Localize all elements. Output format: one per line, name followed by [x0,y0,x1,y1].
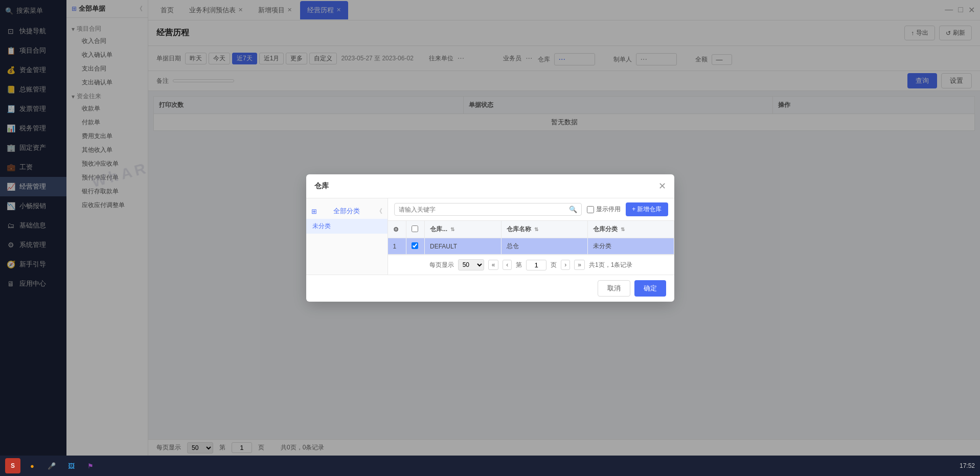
taskbar-app3[interactable]: 🖼 [63,458,79,473]
gear-icon: ⚙ [393,226,399,233]
warehouse-modal: 仓库 ✕ ⊞ 全部分类 《 未分类 🔍 [306,174,674,302]
all-categories-icon: ⊞ [311,208,317,215]
select-all-checkbox[interactable] [412,225,418,232]
taskbar-app4[interactable]: ⚑ [83,458,98,473]
add-warehouse-button[interactable]: + 新增仓库 [626,202,668,216]
taskbar-app1[interactable]: ● [25,458,40,473]
modal-confirm-button[interactable]: 确定 [634,280,666,297]
modal-next-page-btn[interactable]: › [561,260,570,270]
modal-page-unit: 页 [551,261,557,269]
modal-title: 仓库 [314,182,329,191]
modal-page-label: 第 [516,261,522,269]
col-select-all[interactable] [406,221,425,238]
modal-per-page-select[interactable]: 50 100 [458,259,484,270]
row-name-cell: 总仓 [502,238,588,255]
col-warehouse-category[interactable]: 仓库分类 ⇅ [587,221,674,238]
row-code-cell: DEFAULT [425,238,502,255]
show-disabled-checkbox[interactable] [587,206,594,213]
modal-table-area: ⚙ 仓库... ⇅ 仓库名称 [388,221,674,255]
taskbar-right: 17:52 [960,462,975,469]
modal-header: 仓库 ✕ [306,174,674,198]
modal-main: 🔍 显示停用 + 新增仓库 ⚙ [388,198,674,275]
modal-footer-buttons: 取消 确定 [306,275,674,302]
modal-first-page-btn[interactable]: « [488,260,499,270]
taskbar-time: 17:52 [960,462,975,469]
modal-prev-page-btn[interactable]: ‹ [503,260,512,270]
modal-cancel-button[interactable]: 取消 [598,280,630,297]
modal-sidebar-item-uncategorized[interactable]: 未分类 [306,219,388,234]
taskbar-start-icon[interactable]: S [5,458,20,473]
taskbar: S ● 🎤 🖼 ⚑ 17:52 [0,456,980,476]
row-checkbox-cell[interactable] [406,238,425,255]
sort-icon-category: ⇅ [621,226,625,232]
col-warehouse-code[interactable]: 仓库... ⇅ [425,221,502,238]
taskbar-left: S ● 🎤 🖼 ⚑ [5,458,98,473]
modal-search-box[interactable]: 🔍 [394,203,582,216]
row-checkbox[interactable] [412,242,418,249]
show-disabled-label[interactable]: 显示停用 [587,205,621,214]
modal-pagination: 每页显示 50 100 « ‹ 第 页 › » 共1页，1条记录 [388,255,674,275]
sort-icon-name: ⇅ [534,226,538,232]
modal-last-page-btn[interactable]: » [574,260,585,270]
modal-page-input[interactable] [526,260,546,270]
modal-close-button[interactable]: ✕ [658,182,666,191]
row-category-cell: 未分类 [587,238,674,255]
modal-overlay: 仓库 ✕ ⊞ 全部分类 《 未分类 🔍 [0,0,980,476]
modal-sidebar-all[interactable]: ⊞ 全部分类 《 [306,203,388,219]
modal-sidebar: ⊞ 全部分类 《 未分类 [306,198,388,275]
table-row[interactable]: 1 DEFAULT 总仓 未分类 [388,238,674,255]
row-id-cell: 1 [388,238,406,255]
modal-sidebar-collapse[interactable]: 《 [376,207,382,216]
sort-icon-code: ⇅ [450,226,454,232]
taskbar-app2[interactable]: 🎤 [44,458,59,473]
modal-per-page-label: 每页显示 [429,261,454,269]
modal-table: ⚙ 仓库... ⇅ 仓库名称 [388,221,674,255]
col-warehouse-name[interactable]: 仓库名称 ⇅ [502,221,588,238]
modal-search-icon: 🔍 [569,206,577,213]
col-settings-icon[interactable]: ⚙ [388,221,406,238]
modal-toolbar: 🔍 显示停用 + 新增仓库 [388,198,674,221]
modal-total: 共1页，1条记录 [589,261,632,269]
modal-search-input[interactable] [399,206,567,213]
modal-body: ⊞ 全部分类 《 未分类 🔍 显示停用 [306,198,674,275]
